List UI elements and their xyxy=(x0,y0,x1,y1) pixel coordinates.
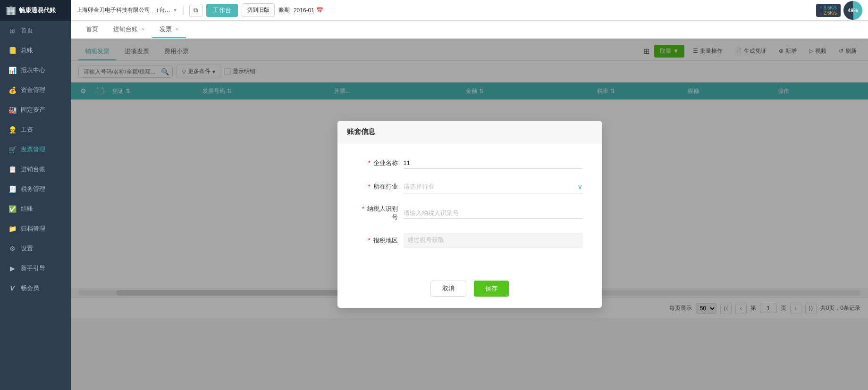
tax-id-label: * 纳税人识别号 xyxy=(356,205,404,222)
sidebar-item-reports[interactable]: 📊 报表中心 xyxy=(0,60,71,80)
sidebar-item-invoice[interactable]: 🛒 发票管理 xyxy=(0,140,71,159)
reports-icon: 📊 xyxy=(8,66,17,74)
logo-icon: 🏢 xyxy=(6,5,16,16)
modal-body: * 企业名称 * 所在行业 请选择行业 xyxy=(337,143,602,273)
copy-button[interactable]: ⧉ xyxy=(189,4,202,17)
top-bar: 上海卯金刀电子科技有限公司_（台201... ▼ ⧉ 工作台 切到旧版 账期 2… xyxy=(71,0,868,21)
sidebar-item-ledger[interactable]: 📒 总账 xyxy=(0,41,71,60)
company-dropdown-icon: ▼ xyxy=(173,8,177,13)
save-button[interactable]: 保存 xyxy=(474,281,509,297)
sidebar-item-guide[interactable]: ▶ 新手引导 xyxy=(0,258,71,278)
form-row-industry: * 所在行业 请选择行业 ∨ xyxy=(356,180,583,193)
tab-invoice[interactable]: 发票 × xyxy=(152,21,186,38)
invoice-icon: 🛒 xyxy=(8,146,17,153)
industry-label: * 所在行业 xyxy=(356,183,404,191)
close-sales-purchase-tab[interactable]: × xyxy=(142,26,144,32)
separator-1 xyxy=(183,6,184,15)
sidebar-item-funds[interactable]: 💰 资金管理 xyxy=(0,80,71,100)
upload-speed: ↑ 8.5K/s xyxy=(820,5,837,10)
tab-sales-purchase[interactable]: 进销台账 × xyxy=(106,21,152,38)
company-name-label: * 企业名称 xyxy=(356,159,404,167)
modal-title: 账套信息 xyxy=(347,127,375,135)
tab-bar: 首页 进销台账 × 发票 × xyxy=(71,21,868,39)
guide-icon: ▶ xyxy=(8,265,17,272)
download-speed: ↓ 2.6K/s xyxy=(820,10,837,16)
tax-id-input[interactable] xyxy=(404,207,583,219)
archive-icon: 📁 xyxy=(8,225,17,232)
company-name: 上海卯金刀电子科技有限公司_（台201... xyxy=(76,6,171,14)
form-row-tax-region: * 报税地区 通过税号获取 xyxy=(356,233,583,248)
sidebar-logo: 🏢 畅康通易代账 xyxy=(0,0,71,21)
close-invoice-tab[interactable]: × xyxy=(176,26,178,32)
fixed-assets-icon: 🏭 xyxy=(8,106,17,114)
modal-footer: 取消 保存 xyxy=(337,273,602,308)
ledger-icon: 📒 xyxy=(8,47,17,54)
progress-circle: 49% xyxy=(843,1,862,20)
sales-purchase-icon: 📋 xyxy=(8,166,17,173)
sidebar-item-fixed-assets[interactable]: 🏭 固定资产 xyxy=(0,100,71,120)
sidebar-item-sales-purchase[interactable]: 📋 进销台账 xyxy=(0,159,71,179)
copy-icon: ⧉ xyxy=(194,7,198,14)
tax-region-label: * 报税地区 xyxy=(356,236,404,245)
company-name-input[interactable] xyxy=(404,158,583,169)
old-version-button[interactable]: 切到旧版 xyxy=(242,3,275,17)
tax-region-display: 通过税号获取 xyxy=(404,233,583,248)
industry-select[interactable]: 请选择行业 ∨ xyxy=(404,180,583,193)
top-bar-right: ↑ 8.5K/s ↓ 2.6K/s 49% xyxy=(816,1,862,20)
salary-icon: 👷 xyxy=(8,126,17,133)
workbench-button[interactable]: 工作台 xyxy=(206,4,238,17)
sidebar-item-home[interactable]: ⊞ 首页 xyxy=(0,21,71,41)
company-selector[interactable]: 上海卯金刀电子科技有限公司_（台201... ▼ xyxy=(76,6,177,14)
network-stats: ↑ 8.5K/s ↓ 2.6K/s xyxy=(816,4,841,17)
tax-icon: 🧾 xyxy=(8,185,17,193)
tab-home[interactable]: 首页 xyxy=(78,21,106,38)
member-icon: V xyxy=(8,284,17,292)
industry-dropdown-icon: ∨ xyxy=(577,182,583,191)
settlement-icon: ✅ xyxy=(8,205,17,213)
cancel-button[interactable]: 取消 xyxy=(430,281,466,297)
main-area: 上海卯金刀电子科技有限公司_（台201... ▼ ⧉ 工作台 切到旧版 账期 2… xyxy=(71,0,868,390)
home-icon: ⊞ xyxy=(8,27,17,34)
sidebar-item-member[interactable]: V 畅会员 xyxy=(0,278,71,298)
content-area: 销项发票 进项发票 费用小票 ⊞ 取票 ▼ ☰ 批量操作 📄 生成凭证 xyxy=(71,39,868,390)
sidebar: 🏢 畅康通易代账 ⊞ 首页 📒 总账 📊 报表中心 💰 资金管理 🏭 固定资产 … xyxy=(0,0,71,390)
calendar-icon[interactable]: 📅 xyxy=(316,7,323,14)
sidebar-item-tax[interactable]: 🧾 税务管理 xyxy=(0,179,71,199)
form-row-tax-id: * 纳税人识别号 xyxy=(356,205,583,222)
account-info-modal: 账套信息 * 企业名称 xyxy=(337,121,602,308)
funds-icon: 💰 xyxy=(8,86,17,94)
logo-text: 畅康通易代账 xyxy=(19,6,56,15)
period-label: 账期 2016-01 📅 xyxy=(278,6,323,14)
sidebar-item-salary[interactable]: 👷 工资 xyxy=(0,120,71,140)
form-row-company-name: * 企业名称 xyxy=(356,158,583,169)
modal-overlay: 账套信息 * 企业名称 xyxy=(71,39,868,390)
modal-header: 账套信息 xyxy=(337,121,602,143)
sidebar-item-archive[interactable]: 📁 归档管理 xyxy=(0,219,71,239)
sidebar-item-settings[interactable]: ⚙ 设置 xyxy=(0,239,71,258)
settings-icon: ⚙ xyxy=(8,245,17,252)
sidebar-item-settlement[interactable]: ✅ 结账 xyxy=(0,199,71,219)
